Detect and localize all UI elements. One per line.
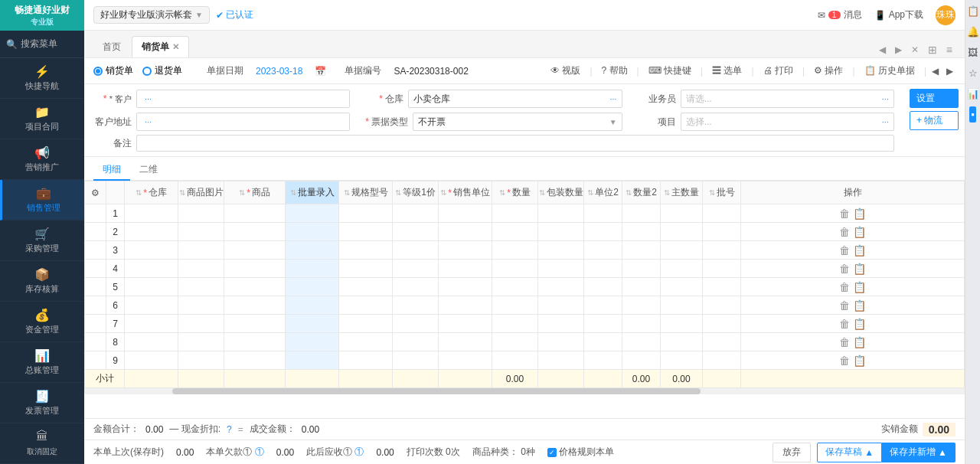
help-btn[interactable]: ? 帮助 (596, 63, 634, 79)
copy-row-icon-1[interactable]: 📋 (853, 207, 866, 220)
sidebar-item-inventory[interactable]: 📦 库存核算 (0, 261, 84, 302)
row-qty-1[interactable] (492, 204, 538, 223)
address-input[interactable]: ··· (136, 113, 350, 131)
sidebar-item-sales[interactable]: 💼 销售管理 (0, 180, 84, 221)
sidebar-item-project[interactable]: 📁 项目合同 (0, 99, 84, 139)
th-unit2[interactable]: ⇅单位2 (584, 181, 622, 204)
delete-row-icon-7[interactable]: 🗑 (839, 318, 850, 330)
delete-row-icon-4[interactable]: 🗑 (839, 263, 850, 275)
row-main-qty-1[interactable] (661, 204, 703, 223)
copy-row-icon-5[interactable]: 📋 (853, 281, 866, 293)
copy-row-icon-8[interactable]: 📋 (853, 336, 866, 348)
tab-nav-2d[interactable]: 二维 (130, 160, 167, 181)
invoice-select[interactable]: 不开票 ▼ (413, 113, 622, 131)
th-batch-import[interactable]: ⇅批量录入 (286, 181, 339, 204)
sidebar-item-purchase[interactable]: 🛒 采购管理 (0, 221, 84, 261)
salesperson-dots[interactable]: ··· (879, 94, 889, 103)
customer-input[interactable]: ··· (136, 90, 350, 108)
user-avatar-action[interactable]: 珠珠 (936, 5, 956, 25)
row-price1-1[interactable] (393, 204, 439, 223)
tab-sales-order[interactable]: 销货单 ✕ (132, 36, 189, 57)
delete-row-icon-9[interactable]: 🗑 (839, 355, 850, 367)
row-sales-unit-1[interactable] (439, 204, 492, 223)
side-icon-bell[interactable]: 🔔 (965, 24, 981, 40)
version-btn[interactable]: 👁 视版 (544, 63, 586, 79)
memo-input[interactable] (136, 135, 894, 152)
debt-info-icon[interactable]: ① (255, 446, 264, 457)
th-quantity[interactable]: ⇅*数量 (492, 181, 538, 204)
row-warehouse-1[interactable] (125, 204, 178, 223)
th-product[interactable]: ⇅*商品 (224, 181, 286, 204)
company-selector[interactable]: 好业财专业版演示帐套 ▼ (93, 6, 210, 24)
row-unit2-1[interactable] (584, 204, 622, 223)
scrollbar-thumb[interactable] (172, 388, 701, 394)
horizontal-scrollbar[interactable] (84, 388, 965, 394)
select-btn[interactable]: ☰ 选单 (706, 63, 748, 79)
row-product-1[interactable] (224, 204, 286, 223)
delete-row-icon-2[interactable]: 🗑 (839, 226, 850, 238)
price-rule-checkbox[interactable] (547, 448, 557, 457)
copy-row-icon-7[interactable]: 📋 (853, 318, 866, 330)
tab-close-all-icon[interactable]: ✕ (908, 43, 922, 57)
th-product-image[interactable]: ⇅商品图片 (178, 181, 224, 204)
th-price1[interactable]: ⇅等级1价 (393, 181, 439, 204)
copy-row-icon-2[interactable]: 📋 (853, 226, 866, 238)
table-wrap[interactable]: ⚙ ⇅*仓库 ⇅商品图片 ⇅*商品 (84, 181, 965, 418)
th-warehouse[interactable]: ⇅*仓库 (125, 181, 178, 204)
side-icon-active[interactable]: ▪ (969, 106, 976, 123)
app-download-action[interactable]: 📱 App下载 (874, 8, 923, 21)
customer-dots[interactable]: ··· (142, 94, 152, 103)
next-record-icon[interactable]: ▶ (944, 66, 956, 77)
price-rule-check[interactable]: 价格规则本单 (547, 446, 614, 459)
tab-next-arrow[interactable]: ▶ (892, 43, 905, 57)
sidebar-item-accounts[interactable]: 📊 总账管理 (0, 342, 84, 383)
print-btn[interactable]: 🖨 打印 (757, 63, 799, 79)
project-input[interactable]: 选择... ··· (681, 113, 894, 131)
delete-row-icon-6[interactable]: 🗑 (839, 299, 850, 312)
warehouse-dots[interactable]: ··· (606, 94, 616, 103)
sidebar-item-marketing[interactable]: 📢 营销推广 (0, 139, 84, 180)
tab-grid-icon[interactable]: ≡ (943, 42, 956, 57)
sidebar-item-quick-nav[interactable]: ⚡ 快捷导航 (0, 58, 84, 99)
row-batch-1[interactable] (703, 204, 741, 223)
th-spec[interactable]: ⇅规格型号 (339, 181, 393, 204)
message-action[interactable]: ✉ 1 消息 (818, 8, 862, 21)
warehouse-input[interactable]: 小卖仓库 ··· (408, 90, 622, 108)
row-check-1[interactable] (85, 204, 106, 223)
delete-row-icon-1[interactable]: 🗑 (839, 207, 850, 220)
search-menu-item[interactable]: 🔍 搜索菜单 (0, 31, 84, 58)
th-sales-unit[interactable]: ⇅*销售单位 (439, 181, 492, 204)
history-btn[interactable]: 📋 历史单据 (858, 63, 921, 79)
sidebar-item-tax[interactable]: 🏛 税务管理 (0, 423, 84, 440)
th-main-qty[interactable]: ⇅主数量 (661, 181, 703, 204)
row-pack-qty-1[interactable] (538, 204, 584, 223)
tab-home[interactable]: 首页 (93, 36, 130, 57)
tab-nav-detail[interactable]: 明细 (93, 160, 130, 181)
row-image-1[interactable] (178, 204, 224, 223)
row-batch-import-1[interactable] (286, 204, 339, 223)
shortcut-btn[interactable]: ⌨ 快捷键 (642, 63, 697, 79)
row-spec-1[interactable] (339, 204, 393, 223)
set-button[interactable]: 设置 (910, 89, 959, 108)
th-setting[interactable]: ⚙ (85, 181, 106, 204)
copy-row-icon-9[interactable]: 📋 (853, 355, 866, 367)
delete-row-icon-5[interactable]: 🗑 (839, 281, 850, 293)
delete-row-icon-3[interactable]: 🗑 (839, 244, 850, 257)
side-icon-bar-chart[interactable]: 📊 (965, 86, 981, 102)
copy-row-icon-3[interactable]: 📋 (853, 244, 866, 257)
sidebar-item-finance[interactable]: 💰 资金管理 (0, 302, 84, 342)
save-new-button[interactable]: 保存并新增 ▲ (882, 443, 956, 462)
calendar-icon[interactable]: 📅 (315, 66, 326, 77)
help-icon[interactable]: ? (227, 424, 232, 435)
th-batch[interactable]: ⇅批号 (703, 181, 741, 204)
th-pack-qty[interactable]: ⇅包装数量 (538, 181, 584, 204)
tab-layout-icon[interactable]: ⊞ (925, 42, 940, 57)
sidebar-item-cancel-fixed[interactable]: 取消固定 (0, 440, 84, 464)
ops-btn[interactable]: ⚙ 操作 (808, 63, 849, 79)
th-qty2[interactable]: ⇅数量2 (622, 181, 661, 204)
row-qty2-1[interactable] (622, 204, 661, 223)
side-icon-image[interactable]: 🖼 (966, 44, 979, 60)
project-dots[interactable]: ··· (879, 117, 889, 126)
abandon-button[interactable]: 放弃 (773, 443, 811, 462)
tab-prev-arrow[interactable]: ◀ (876, 43, 889, 57)
